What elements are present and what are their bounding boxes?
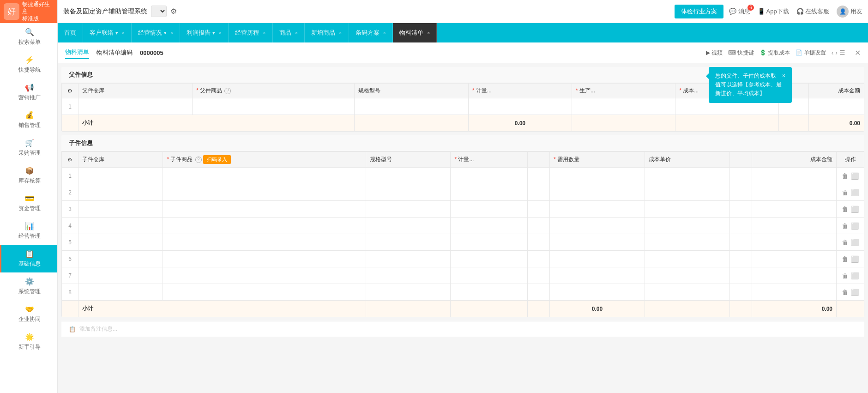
child-cell-product-5[interactable] — [163, 234, 366, 251]
copy-icon-3[interactable]: ⬜ — [851, 206, 859, 213]
nav-tab-8[interactable]: 物料清单× — [393, 23, 437, 42]
child-cell-qty-1[interactable] — [451, 168, 528, 184]
parent-cell-amount-1[interactable] — [809, 98, 864, 115]
nav-tab-1[interactable]: 客户联络 ▾× — [83, 23, 132, 42]
copy-icon-7[interactable]: ⬜ — [851, 272, 859, 279]
sidebar-item-sales[interactable]: 💰销售管理 — [0, 106, 57, 134]
nav-tab-close-4[interactable]: × — [263, 30, 265, 36]
delete-icon-2[interactable]: 🗑 — [842, 189, 848, 196]
sidebar-item-operations[interactable]: 📊经营管理 — [0, 217, 57, 245]
child-cell-warehouse-7[interactable] — [78, 267, 163, 284]
child-cell-needed-qty-7[interactable] — [549, 267, 645, 284]
child-cell-warehouse-5[interactable] — [78, 234, 163, 251]
nav-tab-3[interactable]: 利润报告 ▾× — [180, 23, 229, 42]
child-cell-amount-4[interactable] — [752, 218, 837, 234]
child-cell-qty-8[interactable] — [451, 284, 528, 301]
child-cell-warehouse-1[interactable] — [78, 168, 163, 184]
parent-cell-spec-1[interactable] — [354, 98, 468, 115]
sidebar-item-enterprise[interactable]: 🤝企业协同 — [0, 300, 57, 328]
child-cell-unit-cost-5[interactable] — [645, 234, 729, 251]
delete-icon-8[interactable]: 🗑 — [842, 289, 848, 296]
child-cell-amount-2[interactable] — [752, 184, 837, 201]
nav-tab-7[interactable]: 条码方案× — [349, 23, 393, 42]
child-cell-unit-cost-8[interactable] — [645, 284, 729, 301]
copy-icon-1[interactable]: ⬜ — [851, 172, 859, 180]
child-cell-spec-3[interactable] — [366, 201, 450, 218]
child-cell-needed-qty-8[interactable] — [549, 284, 645, 301]
extract-cost-action[interactable]: 💲 提取成本 — [760, 49, 790, 57]
child-cell-spec-8[interactable] — [366, 284, 450, 301]
sidebar-item-search[interactable]: 🔍搜索菜单 — [0, 23, 57, 51]
parent-cell-qty-1[interactable] — [468, 98, 572, 115]
child-cell-needed-qty-4[interactable] — [549, 218, 645, 234]
child-cell-unit-cost-6[interactable] — [645, 251, 729, 267]
delete-icon-3[interactable]: 🗑 — [842, 206, 848, 213]
nav-tab-4[interactable]: 经营历程× — [229, 23, 272, 42]
nav-tab-6[interactable]: 新增商品× — [305, 23, 349, 42]
child-cell-warehouse-6[interactable] — [78, 251, 163, 267]
child-cell-needed-qty-1[interactable] — [549, 168, 645, 184]
child-cell-unit-cost-3[interactable] — [645, 201, 729, 218]
sidebar-item-finance[interactable]: 💳资金管理 — [0, 189, 57, 217]
sidebar-item-inventory[interactable]: 📦库存核算 — [0, 162, 57, 189]
parent-cell-product-1[interactable] — [192, 98, 354, 115]
delete-icon-5[interactable]: 🗑 — [842, 239, 848, 246]
child-cell-qty-7[interactable] — [451, 267, 528, 284]
child-cell-amount-5[interactable] — [752, 234, 837, 251]
system-selector[interactable] — [151, 6, 167, 17]
trial-button[interactable]: 体验行业方案 — [675, 5, 723, 18]
messages-btn[interactable]: 💬 消息 6 — [729, 7, 750, 16]
tooltip-close-btn[interactable]: × — [782, 72, 785, 80]
app-download-btn[interactable]: 📱 App下载 — [758, 7, 789, 16]
child-cell-warehouse-2[interactable] — [78, 184, 163, 201]
online-service-btn[interactable]: 🎧 在线客服 — [796, 7, 830, 16]
parent-cell-warehouse-1[interactable] — [78, 98, 193, 115]
child-cell-warehouse-4[interactable] — [78, 218, 163, 234]
child-cell-product-4[interactable] — [163, 218, 366, 234]
child-cell-amount-8[interactable] — [752, 284, 837, 301]
copy-icon-2[interactable]: ⬜ — [851, 189, 859, 196]
child-cell-product-6[interactable] — [163, 251, 366, 267]
menu-icon[interactable]: ☰ — [839, 49, 845, 56]
child-cell-qty-5[interactable] — [451, 234, 528, 251]
child-cell-product-8[interactable] — [163, 284, 366, 301]
child-cell-qty-3[interactable] — [451, 201, 528, 218]
child-cell-product-2[interactable] — [163, 184, 366, 201]
page-close-btn[interactable]: ✕ — [855, 48, 861, 57]
prev-arrow[interactable]: ‹ — [832, 49, 834, 56]
copy-icon-8[interactable]: ⬜ — [851, 289, 859, 296]
sub-tab-bill[interactable]: 物料清单 — [65, 46, 89, 59]
nav-tab-close-7[interactable]: × — [383, 30, 386, 36]
delete-icon-6[interactable]: 🗑 — [842, 255, 848, 263]
nav-tab-close-8[interactable]: × — [427, 30, 430, 36]
nav-tab-0[interactable]: 首页 — [58, 23, 83, 42]
child-cell-spec-2[interactable] — [366, 184, 450, 201]
child-col-settings[interactable]: ⚙ — [62, 152, 78, 168]
child-cell-spec-7[interactable] — [366, 267, 450, 284]
child-cell-product-3[interactable] — [163, 201, 366, 218]
child-cell-needed-qty-3[interactable] — [549, 201, 645, 218]
child-cell-spec-1[interactable] — [366, 168, 450, 184]
sidebar-item-marketing[interactable]: 📢营销推广 — [0, 79, 57, 106]
scan-btn[interactable]: 扫码录入 — [203, 155, 231, 164]
doc-settings-action[interactable]: 📄 单据设置 — [796, 49, 826, 57]
child-cell-qty-4[interactable] — [451, 218, 528, 234]
copy-icon-5[interactable]: ⬜ — [851, 239, 859, 246]
parent-col-settings[interactable]: ⚙ — [62, 84, 78, 98]
child-cell-product-1[interactable] — [163, 168, 366, 184]
delete-icon-4[interactable]: 🗑 — [842, 222, 848, 230]
child-cell-needed-qty-5[interactable] — [549, 234, 645, 251]
child-cell-warehouse-3[interactable] — [78, 201, 163, 218]
delete-icon-1[interactable]: 🗑 — [842, 172, 848, 180]
child-cell-amount-1[interactable] — [752, 168, 837, 184]
child-cell-needed-qty-2[interactable] — [549, 184, 645, 201]
nav-tab-close-5[interactable]: × — [295, 30, 298, 36]
copy-icon-6[interactable]: ⬜ — [851, 255, 859, 263]
nav-tab-5[interactable]: 商品× — [273, 23, 305, 42]
sidebar-item-guide[interactable]: 🌟新手引导 — [0, 328, 57, 356]
child-cell-amount-7[interactable] — [752, 267, 837, 284]
child-cell-qty-2[interactable] — [451, 184, 528, 201]
sidebar-item-purchase[interactable]: 🛒采购管理 — [0, 134, 57, 162]
child-cell-needed-qty-6[interactable] — [549, 251, 645, 267]
delete-icon-7[interactable]: 🗑 — [842, 272, 848, 279]
